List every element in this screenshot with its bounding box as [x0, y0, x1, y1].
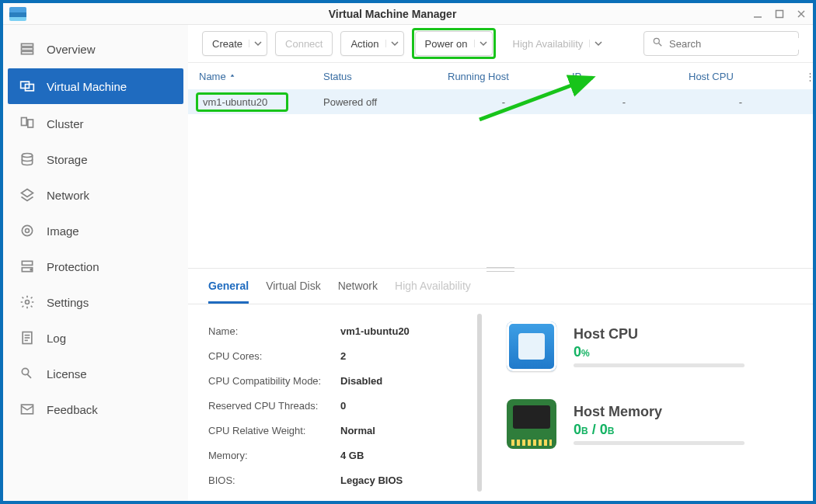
vm-running-host: -: [441, 96, 566, 108]
metric-cards: Host CPU 0% Host Memory 0B / 0B: [483, 304, 813, 501]
sidebar-label: Image: [47, 224, 79, 238]
sidebar-label: Storage: [47, 153, 88, 166]
svg-rect-10: [28, 120, 33, 127]
sidebar-item-overview[interactable]: Overview: [3, 31, 188, 67]
sidebar-label: Protection: [47, 260, 99, 273]
prop-value: Legacy BIOS: [340, 474, 477, 486]
protection-icon: [19, 259, 36, 274]
prop-label: Name:: [208, 325, 340, 337]
svg-rect-6: [22, 51, 33, 54]
mem-total-value: 0: [600, 422, 608, 437]
action-button[interactable]: Action: [340, 31, 403, 56]
sidebar-item-log[interactable]: Log: [3, 320, 188, 356]
sidebar-item-feedback[interactable]: Feedback: [3, 391, 188, 427]
search-box[interactable]: [643, 31, 799, 56]
mem-bar: [574, 441, 745, 445]
prop-label: CPU Compatibility Mode:: [208, 375, 340, 387]
col-running-host[interactable]: Running Host: [441, 71, 566, 82]
properties-list: Name:vm1-ubuntu20 CPU Cores:2 CPU Compat…: [188, 304, 483, 501]
chevron-down-icon: [249, 40, 262, 47]
mem-sep: /: [588, 422, 600, 437]
sidebar-item-virtual-machine[interactable]: Virtual Machine: [8, 68, 183, 104]
prop-value: 0: [340, 400, 477, 412]
svg-rect-9: [22, 118, 27, 126]
svg-point-24: [654, 38, 659, 43]
sidebar-label: License: [47, 367, 87, 381]
tab-virtual-disk[interactable]: Virtual Disk: [266, 280, 321, 304]
sidebar-item-license[interactable]: License: [3, 356, 188, 391]
prop-label: Memory:: [208, 450, 340, 461]
cpu-unit: %: [581, 348, 590, 359]
svg-rect-1: [776, 10, 783, 17]
tab-network[interactable]: Network: [338, 280, 378, 304]
table-row[interactable]: vm1-ubuntu20 Powered off - - -: [188, 89, 813, 114]
mem-used-unit: B: [581, 426, 588, 436]
cpu-icon: [507, 322, 556, 371]
prop-value: 4 GB: [340, 450, 477, 461]
titlebar: Virtual Machine Manager: [3, 3, 813, 25]
network-icon: [19, 187, 36, 203]
tab-general[interactable]: General: [208, 280, 249, 304]
sidebar-item-storage[interactable]: Storage: [3, 141, 188, 177]
high-availability-button[interactable]: High Availability: [504, 31, 608, 56]
svg-rect-14: [22, 261, 32, 265]
sidebar-item-cluster[interactable]: Cluster: [3, 106, 188, 141]
svg-point-16: [30, 269, 32, 270]
sort-asc-icon: [229, 73, 235, 79]
sidebar-item-image[interactable]: Image: [3, 213, 188, 249]
prop-value: 2: [340, 350, 477, 362]
sidebar-item-settings[interactable]: Settings: [3, 284, 188, 320]
action-label: Action: [350, 38, 378, 50]
svg-point-17: [26, 301, 30, 304]
close-icon[interactable]: [796, 9, 807, 19]
col-name[interactable]: Name: [193, 71, 317, 82]
chevron-down-icon: [589, 40, 602, 47]
svg-rect-5: [22, 47, 33, 50]
host-memory-card: Host Memory 0B / 0B: [507, 399, 790, 449]
connect-button[interactable]: Connect: [275, 31, 333, 56]
sidebar-label: Feedback: [47, 403, 98, 416]
create-button[interactable]: Create: [202, 31, 267, 56]
mem-total-unit: B: [608, 426, 615, 436]
col-ip[interactable]: IP: [566, 71, 682, 82]
svg-point-22: [22, 368, 28, 374]
col-host-cpu[interactable]: Host CPU: [682, 71, 799, 82]
chevron-down-icon: [385, 40, 399, 47]
prop-value: Disabled: [340, 375, 477, 387]
connect-label: Connect: [285, 38, 323, 50]
sidebar-item-protection[interactable]: Protection: [3, 249, 188, 284]
cluster-icon: [19, 116, 36, 131]
cpu-bar: [574, 363, 745, 367]
sidebar-label: Virtual Machine: [47, 80, 127, 93]
chevron-down-icon: [474, 40, 487, 47]
sidebar-item-network[interactable]: Network: [3, 177, 188, 213]
sidebar-label: Network: [47, 189, 89, 202]
create-label: Create: [212, 38, 242, 50]
svg-point-13: [26, 229, 30, 233]
prop-label: Reserved CPU Threads:: [208, 400, 340, 412]
gear-icon: [19, 294, 36, 310]
sidebar-label: Cluster: [47, 117, 84, 130]
prop-value: Normal: [340, 425, 477, 436]
minimize-icon[interactable]: [752, 9, 763, 19]
detail-tabs: General Virtual Disk Network High Availa…: [188, 269, 813, 304]
power-on-label: Power on: [425, 38, 468, 50]
svg-rect-4: [22, 43, 33, 46]
search-input[interactable]: [669, 38, 800, 50]
overview-icon: [19, 41, 36, 57]
prop-value: vm1-ubuntu20: [340, 325, 477, 337]
col-status[interactable]: Status: [317, 71, 441, 82]
prop-label: CPU Cores:: [208, 350, 340, 362]
column-menu-icon[interactable]: ⋮: [799, 71, 814, 82]
maximize-icon[interactable]: [774, 9, 785, 19]
mem-title: Host Memory: [574, 404, 745, 420]
sidebar: Overview Virtual Machine Cluster Storage…: [3, 25, 188, 501]
resize-grip[interactable]: [485, 266, 516, 272]
svg-point-12: [22, 225, 32, 235]
tab-high-availability[interactable]: High Availability: [395, 280, 471, 304]
app-icon: [9, 7, 26, 21]
detail-panel: General Virtual Disk Network High Availa…: [188, 268, 813, 501]
power-on-button[interactable]: Power on: [415, 31, 493, 56]
svg-line-25: [659, 43, 662, 47]
highlight-power-on: Power on: [412, 28, 496, 59]
